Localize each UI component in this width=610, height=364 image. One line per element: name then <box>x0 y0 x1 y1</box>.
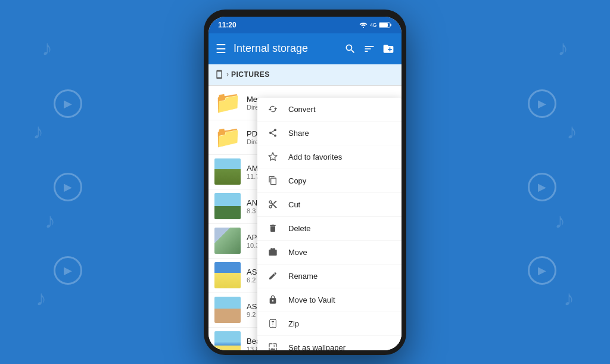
context-menu-item-cut[interactable]: Cut <box>257 193 402 217</box>
breadcrumb-arrow: › <box>226 70 229 79</box>
status-time: 11:20 <box>218 21 236 29</box>
zip-label: Zip <box>288 319 299 328</box>
rename-label: Rename <box>288 272 318 281</box>
share-label: Share <box>288 129 309 138</box>
wallpaper-label: Set as wallpaper <box>288 343 346 350</box>
move-label: Move <box>288 248 307 257</box>
app-bar-title: Internal storage <box>234 42 337 55</box>
status-bar: 11:20 4G <box>208 17 402 33</box>
folder-add-icon[interactable] <box>382 43 394 55</box>
context-menu-item-zip[interactable]: Zip <box>257 312 402 336</box>
context-menu-item-share[interactable]: Share <box>257 122 402 145</box>
music-note-icon-8: ♪ <box>564 286 574 311</box>
context-menu-item-convert[interactable]: Convert <box>257 98 402 122</box>
file-thumb-anature <box>214 193 241 219</box>
copy-label: Copy <box>288 176 306 185</box>
hamburger-menu-icon[interactable]: ☰ <box>216 42 226 56</box>
convert-label: Convert <box>288 105 316 114</box>
rename-icon <box>267 271 279 281</box>
music-note-icon-5: ♪ <box>558 36 568 61</box>
vault-label: Move to Vault <box>288 295 335 304</box>
svg-point-0 <box>363 27 364 28</box>
music-note-icon-2: ♪ <box>33 119 43 144</box>
phone-screen: 11:20 4G ☰ Internal storage <box>208 17 402 350</box>
folder-thumb-messenger: 📁 <box>214 89 241 116</box>
breadcrumb-path: PICTURES <box>231 70 270 79</box>
move-icon <box>267 247 279 257</box>
context-menu-item-rename[interactable]: Rename <box>257 265 402 288</box>
phone-frame: 11:20 4G ☰ Internal storage <box>204 10 406 355</box>
file-thumb-apeak <box>214 228 241 254</box>
favorites-label: Add to favorites <box>288 153 342 161</box>
svg-rect-3 <box>390 24 391 26</box>
wifi-icon <box>359 22 368 28</box>
play-deco-1: ▶ <box>54 89 82 118</box>
music-note-icon-4: ♪ <box>36 286 46 311</box>
play-deco-3: ▶ <box>54 256 82 285</box>
svg-rect-6 <box>272 321 274 322</box>
play-deco-6: ▶ <box>528 256 556 285</box>
context-menu-item-favorites[interactable]: Add to favorites <box>257 145 402 169</box>
file-thumb-amountain <box>214 158 241 185</box>
music-note-icon-6: ♪ <box>567 119 577 144</box>
delete-icon <box>267 223 279 233</box>
context-menu-item-delete[interactable]: Delete <box>257 217 402 241</box>
music-note-icon: ♪ <box>42 36 52 61</box>
play-deco-5: ▶ <box>528 173 556 201</box>
vault-icon <box>267 295 279 304</box>
file-thumb-asunbed <box>214 297 241 323</box>
cut-label: Cut <box>288 200 300 209</box>
convert-icon <box>267 104 279 114</box>
breadcrumb: › PICTURES <box>208 64 402 86</box>
share-icon <box>267 128 279 138</box>
delete-label: Delete <box>288 224 311 233</box>
play-deco-2: ▶ <box>54 173 82 201</box>
device-icon <box>214 70 224 79</box>
context-menu-item-vault[interactable]: Move to Vault <box>257 288 402 312</box>
file-list: 📁 Messeng... Directory J... 📁 PDF Extra.… <box>208 86 402 350</box>
svg-rect-2 <box>379 23 388 27</box>
file-thumb-beachpa <box>214 331 241 350</box>
context-menu: Convert Share <box>257 98 402 350</box>
zip-icon <box>267 319 279 328</box>
copy-icon <box>267 176 279 185</box>
music-note-icon-3: ♪ <box>45 209 55 234</box>
context-menu-item-copy[interactable]: Copy <box>257 169 402 193</box>
app-bar: ☰ Internal storage <box>208 33 402 64</box>
folder-thumb-pdfextra: 📁 <box>214 124 241 150</box>
signal-icon: 4G <box>370 22 376 28</box>
context-menu-item-move[interactable]: Move <box>257 241 402 265</box>
context-menu-item-wallpaper[interactable]: Set as wallpaper <box>257 336 402 350</box>
star-icon <box>267 152 279 161</box>
search-icon[interactable] <box>344 43 356 55</box>
battery-icon <box>379 22 392 28</box>
music-note-icon-7: ♪ <box>555 209 565 234</box>
sort-icon[interactable] <box>363 43 375 55</box>
wallpaper-icon <box>267 343 279 350</box>
cut-icon <box>267 200 279 209</box>
file-thumb-astarfish <box>214 262 241 288</box>
status-icons: 4G <box>359 22 392 28</box>
play-deco-4: ▶ <box>528 89 556 118</box>
